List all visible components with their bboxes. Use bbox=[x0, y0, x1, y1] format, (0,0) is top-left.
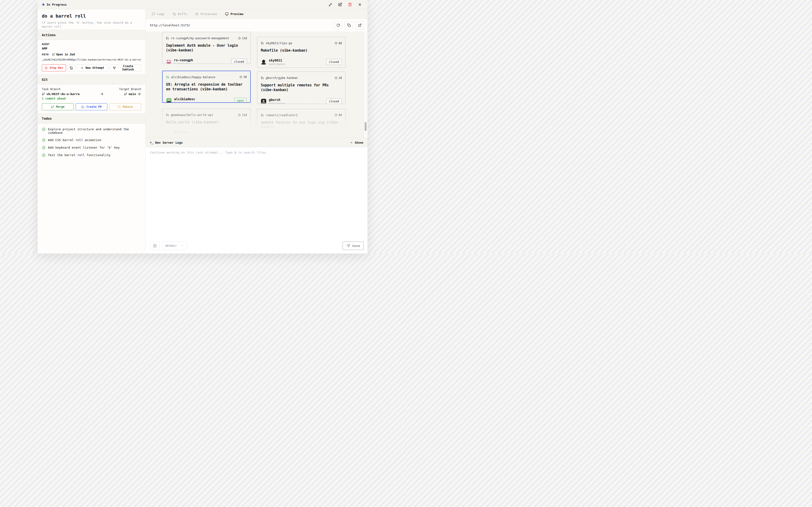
card-repo: romanlv/readlater2 bbox=[266, 113, 297, 117]
git-pull-request-icon bbox=[81, 105, 84, 108]
todo-list: Explore project structure and understand… bbox=[38, 123, 145, 253]
url-input[interactable] bbox=[150, 23, 331, 27]
open-external-button[interactable] bbox=[356, 21, 364, 29]
card-username: gburch bbox=[269, 98, 285, 102]
attach-image-button[interactable] bbox=[150, 241, 160, 250]
chevron-up-icon bbox=[350, 141, 353, 144]
card-title: Makefile (vibe-kanban) bbox=[261, 48, 342, 53]
task-card[interactable]: gburch/gybe-kanban2dSupport multiple rem… bbox=[257, 72, 346, 104]
send-button[interactable]: Send bbox=[343, 241, 364, 250]
agent-value: AMP bbox=[42, 47, 141, 50]
chevron-down-icon bbox=[181, 244, 184, 247]
path-label: PATH bbox=[42, 53, 49, 56]
create-pr-button[interactable]: Create PR bbox=[75, 103, 108, 110]
delete-task-button[interactable] bbox=[348, 3, 352, 7]
merge-button[interactable]: Merge bbox=[42, 103, 74, 110]
avatar bbox=[166, 131, 171, 136]
avatar bbox=[261, 99, 266, 104]
target-branch-label: Target Branch bbox=[119, 88, 141, 91]
kanban-column: rs-cuongph/my-password-management11dImpl… bbox=[162, 32, 251, 138]
git-pull-request-icon bbox=[166, 113, 169, 116]
scroll-icon bbox=[70, 66, 73, 69]
git-branch-icon bbox=[51, 105, 54, 108]
card-username: rs-cuongph bbox=[174, 58, 193, 62]
plus-icon bbox=[81, 66, 84, 69]
gear-icon bbox=[195, 12, 199, 16]
card-title: update favicon to use logo.svg (vibe-kan… bbox=[261, 120, 342, 129]
tab-logs[interactable]: Logs bbox=[152, 12, 164, 16]
card-role: Contributor bbox=[174, 101, 195, 103]
external-link-icon bbox=[358, 23, 362, 27]
send-icon bbox=[346, 244, 350, 247]
branch-settings-button[interactable] bbox=[138, 92, 141, 96]
task-card[interactable]: sky0621/tips-go6dMakefile (vibe-kanban)l… bbox=[257, 37, 346, 68]
card-age: 2d bbox=[339, 76, 342, 79]
target-branch-name: main bbox=[129, 92, 136, 96]
arrow-right-icon bbox=[100, 92, 104, 96]
clock-icon bbox=[335, 114, 338, 116]
pr-status-badge: open bbox=[234, 98, 247, 103]
tab-processes[interactable]: Processes bbox=[195, 12, 217, 16]
variant-select[interactable]: DEFAULT bbox=[162, 241, 187, 250]
todo-item: Explore project structure and understand… bbox=[42, 127, 141, 134]
message-icon bbox=[152, 12, 155, 16]
preview-url-bar bbox=[146, 19, 367, 32]
image-icon bbox=[153, 244, 157, 247]
git-branch-icon bbox=[124, 93, 127, 96]
stop-dev-button[interactable]: Stop Dev bbox=[42, 64, 66, 71]
git-pull-request-icon bbox=[261, 42, 264, 45]
tab-diffs[interactable]: Diffs bbox=[172, 12, 187, 16]
message-input[interactable] bbox=[146, 147, 367, 164]
create-subtask-button[interactable]: Create Subtask bbox=[110, 64, 141, 71]
attempt-panel: LogsDiffsProcessesPreview rs-cuongph/my-… bbox=[146, 9, 367, 253]
task-dialog: In Progress do a barrel roll if users pr… bbox=[38, 0, 367, 253]
task-sidebar: do a barrel roll if users press the 'b' … bbox=[38, 9, 146, 253]
task-card[interactable]: romanlv/readlater28dupdate favicon to us… bbox=[257, 109, 346, 138]
composer: DEFAULT Send bbox=[146, 147, 367, 253]
show-logs-button[interactable]: Show bbox=[350, 141, 363, 144]
git-section-heading: Git bbox=[38, 75, 145, 84]
preview-pane: rs-cuongph/my-password-management11dImpl… bbox=[146, 32, 367, 138]
check-circle-icon bbox=[42, 146, 46, 150]
card-repo: alcibiadesc/happy-balance bbox=[171, 75, 215, 79]
scrollbar-track[interactable] bbox=[364, 32, 367, 138]
stop-circle-icon bbox=[45, 66, 48, 69]
task-card[interactable]: alcibiadesc/happy-balance3dUX: Arregla e… bbox=[162, 71, 251, 103]
rebase-button[interactable]: Rebase bbox=[109, 103, 141, 110]
scrollbar-thumb[interactable] bbox=[365, 122, 366, 131]
actions-section: AGENT AMP PATH Open in Zed …2dz0k7n62z93… bbox=[38, 40, 145, 75]
card-description: currently favicon.svg is different, ther… bbox=[261, 132, 342, 134]
status-dot-icon bbox=[42, 3, 44, 6]
clock-icon bbox=[240, 75, 242, 78]
copy-icon bbox=[347, 23, 351, 27]
avatar bbox=[261, 59, 266, 65]
task-card[interactable]: gmaekawa/hello-world-api11dHello,world (… bbox=[162, 109, 251, 138]
git-fork-icon bbox=[113, 66, 116, 69]
git-branch-icon bbox=[42, 93, 45, 96]
git-pull-request-icon bbox=[261, 76, 264, 79]
rebase-icon bbox=[118, 105, 121, 108]
card-repo: gburch/gybe-kanban bbox=[266, 76, 297, 79]
refresh-button[interactable] bbox=[334, 21, 342, 29]
dev-logs-button[interactable] bbox=[68, 64, 75, 71]
card-role: Contributor bbox=[174, 62, 193, 64]
kanban-column: sky0621/tips-go6dMakefile (vibe-kanban)l… bbox=[257, 32, 346, 138]
dev-server-logs-bar: >_ Dev Server Logs Show bbox=[146, 138, 367, 147]
edit-task-button[interactable] bbox=[338, 3, 342, 7]
todos-section-heading: Todos bbox=[38, 114, 145, 123]
minimize-button[interactable] bbox=[328, 3, 332, 7]
task-description: if users press the 'b' button, the site … bbox=[42, 21, 141, 29]
close-button[interactable] bbox=[358, 3, 362, 7]
avatar bbox=[166, 59, 171, 64]
card-username: gmaekawa bbox=[174, 130, 190, 134]
tab-preview[interactable]: Preview bbox=[225, 12, 243, 16]
task-branch-name: vk/063f-do-a-barre bbox=[47, 92, 80, 96]
copy-url-button[interactable] bbox=[345, 21, 353, 29]
task-card[interactable]: rs-cuongph/my-password-management11dImpl… bbox=[162, 32, 251, 64]
pr-status-badge: closed bbox=[326, 98, 342, 104]
actions-section-heading: Actions bbox=[38, 30, 145, 40]
card-repo: rs-cuongph/my-password-management bbox=[171, 36, 229, 40]
new-attempt-button[interactable]: New Attempt bbox=[77, 64, 108, 71]
open-in-zed-button[interactable]: Open in Zed bbox=[52, 53, 75, 56]
terminal-icon: >_ bbox=[150, 141, 153, 144]
